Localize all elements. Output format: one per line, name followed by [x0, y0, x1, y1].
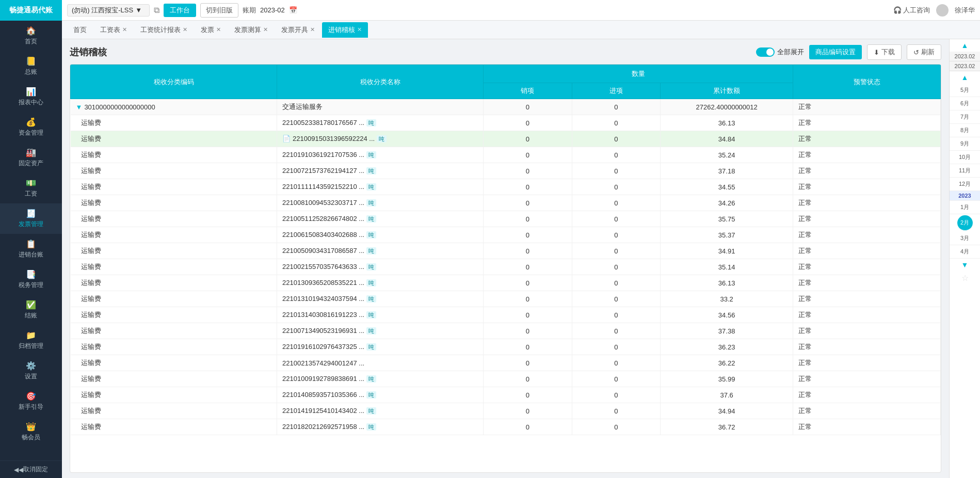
unpin-button[interactable]: ◀◀ 取消固定 [0, 460, 62, 478]
cell-cumulative: 34.91 [661, 243, 793, 259]
table-row[interactable]: 运输费 22100523381780176567 ... 吨 0 0 36.13… [71, 115, 941, 131]
month-12[interactable]: 12月 [950, 178, 980, 191]
table-row[interactable]: 运输费 22100509034317086587 ... 吨 0 0 34.91… [71, 243, 941, 259]
table-row[interactable]: 运输费 22101111143592152210 ... 吨 0 0 34.55… [71, 179, 941, 195]
settings-button[interactable]: 商品编码设置 [809, 45, 862, 59]
sidebar-item-salary[interactable]: 💵 工资 [0, 173, 62, 203]
sidebar-item-settings[interactable]: ⚙️ 设置 [0, 356, 62, 386]
tab-invoice-issue[interactable]: 发票开具 ✕ [275, 22, 321, 38]
tab-invoice[interactable]: 发票 ✕ [195, 22, 227, 38]
table-row[interactable]: ▼3010000000000000000 交通运输服务 0 0 27262.40… [71, 99, 941, 115]
table-row[interactable]: 运输费 22101310194324037594 ... 吨 0 0 33.2 … [71, 291, 941, 307]
table-row[interactable]: 运输费 22100213574294001247 ... 0 0 36.22 正… [71, 355, 941, 371]
table-row[interactable]: 运输费 22100511252826674802 ... 吨 0 0 35.75… [71, 211, 941, 227]
cell-status: 正常 [793, 307, 941, 323]
nav-down-arrow[interactable]: ▼ [950, 259, 980, 271]
tab-close-salary-table[interactable]: ✕ [122, 26, 127, 33]
cell-code: 运输费 [71, 163, 277, 179]
cell-name: 交通运输服务 [277, 99, 484, 115]
toggle-track[interactable] [756, 47, 775, 57]
tab-close-invoice-issue[interactable]: ✕ [310, 26, 315, 33]
sidebar-item-sales[interactable]: 📋 进销台账 [0, 234, 62, 264]
table-row[interactable]: 运输费 22101309365208535221 ... 吨 0 0 36.13… [71, 275, 941, 291]
month-10[interactable]: 10月 [950, 151, 980, 164]
download-button[interactable]: ⬇ 下载 [867, 44, 902, 60]
cell-purchase: 0 [572, 163, 660, 179]
sidebar-item-funds[interactable]: 💰 资金管理 [0, 112, 62, 142]
calendar-icon[interactable]: 📅 [289, 6, 297, 14]
table-row[interactable]: 运输费 22101916102976437325 ... 吨 0 0 36.23… [71, 339, 941, 355]
tab-close-salary-report[interactable]: ✕ [183, 26, 187, 33]
cell-purchase: 0 [572, 339, 660, 355]
sidebar-item-invoice[interactable]: 🧾 发票管理 [0, 203, 62, 234]
month-5[interactable]: 5月 [950, 84, 980, 97]
sidebar-item-vip[interactable]: 👑 畅会员 [0, 417, 62, 447]
table-row[interactable]: 运输费 22100810094532303717 ... 吨 0 0 34.26… [71, 195, 941, 211]
table-row[interactable]: 运输费 22101009192789838691 ... 吨 0 0 35.99… [71, 371, 941, 387]
table-row[interactable]: 运输费 22101419125410143402 ... 吨 0 0 34.94… [71, 403, 941, 419]
cell-invoice: 22100721573762194127 ... 吨 [277, 163, 484, 179]
cell-status: 正常 [793, 115, 941, 131]
table-row[interactable]: 运输费 22101820212692571958 ... 吨 0 0 36.72… [71, 419, 941, 435]
main-area: (勿动) 江西报宝-LSS ▼ ⧉ 工作台 切到旧版 账期 2023-02 📅 … [62, 0, 980, 478]
sidebar-item-tax[interactable]: 📑 税务管理 [0, 264, 62, 295]
ledger-icon: 📒 [26, 56, 36, 66]
col-purchase: 进项 [572, 83, 660, 99]
table-row[interactable]: 运输费 22100721573762194127 ... 吨 0 0 37.18… [71, 163, 941, 179]
month-11[interactable]: 11月 [950, 164, 980, 178]
month-6[interactable]: 6月 [950, 97, 980, 110]
tab-salary-report[interactable]: 工资统计报表 ✕ [134, 22, 194, 38]
sidebar-item-assets[interactable]: 🏭 固定资产 [0, 142, 62, 173]
month-2-active[interactable]: 2月 [957, 215, 973, 231]
table-row[interactable]: 运输费 22101408593571035366 ... 吨 0 0 37.6 … [71, 387, 941, 403]
tab-close-reconcile[interactable]: ✕ [357, 26, 362, 33]
tax-icon: 📑 [26, 269, 36, 279]
table-row[interactable]: 运输费 22100615083403402688 ... 吨 0 0 35.37… [71, 227, 941, 243]
tab-close-invoice[interactable]: ✕ [216, 26, 221, 33]
cell-cumulative: 37.6 [661, 387, 793, 403]
cell-status: 正常 [793, 147, 941, 163]
company-selector[interactable]: (勿动) 江西报宝-LSS ▼ [67, 4, 150, 17]
table-row[interactable]: 运输费 22101314030816191223 ... 吨 0 0 34.56… [71, 307, 941, 323]
expand-toggle[interactable]: 全部展开 [756, 47, 804, 57]
cell-status: 正常 [793, 131, 941, 147]
month-7[interactable]: 7月 [950, 110, 980, 124]
copy-icon[interactable]: ⧉ [154, 6, 159, 15]
guide-icon: 🎯 [26, 391, 36, 401]
table-row[interactable]: 运输费 22100713490523196931 ... 吨 0 0 37.38… [71, 323, 941, 339]
month-8[interactable]: 8月 [950, 124, 980, 137]
month-3[interactable]: 3月 [950, 232, 980, 245]
cell-invoice: 22100215570357643633 ... 吨 [277, 259, 484, 275]
sidebar-item-guide[interactable]: 🎯 新手引导 [0, 386, 62, 417]
cell-purchase: 0 [572, 371, 660, 387]
month-4[interactable]: 4月 [950, 245, 980, 259]
table-row[interactable]: 运输费 22101910361921707536 ... 吨 0 0 35.24… [71, 147, 941, 163]
nav-up-arrow[interactable]: ▲ [950, 39, 980, 52]
cell-sale: 0 [484, 371, 572, 387]
sidebar-item-home[interactable]: 🏠 首页 [0, 21, 62, 51]
cell-status: 正常 [793, 339, 941, 355]
sidebar-item-ledger[interactable]: 📒 总账 [0, 51, 62, 82]
sidebar-item-reports[interactable]: 📊 报表中心 [0, 82, 62, 112]
month-1[interactable]: 1月 [950, 201, 980, 214]
sidebar-item-archive[interactable]: 📁 归档管理 [0, 325, 62, 356]
cell-purchase: 0 [572, 131, 660, 147]
tab-reconcile[interactable]: 进销稽核 ✕ [322, 22, 368, 38]
tab-salary-table[interactable]: 工资表 ✕ [94, 22, 133, 38]
tab-close-invoice-calc[interactable]: ✕ [263, 26, 268, 33]
tab-invoice-calc[interactable]: 发票测算 ✕ [228, 22, 274, 38]
month-9[interactable]: 9月 [950, 137, 980, 151]
sidebar-item-settle[interactable]: ✅ 结账 [0, 295, 62, 325]
support-button[interactable]: 🎧 人工咨询 [893, 6, 930, 15]
workbench-button[interactable]: 工作台 [164, 4, 196, 17]
table-row[interactable]: 运输费 📄22100915031396592224 ... 吨 0 0 34.8… [71, 131, 941, 147]
tab-home[interactable]: 首页 [67, 22, 93, 38]
year-label-2: 2023.02 [950, 61, 980, 71]
page-content: 进销稽核 全部展开 商品编码设置 ⬇ 下载 ↺ 刷 [62, 39, 949, 478]
refresh-button[interactable]: ↺ 刷新 [907, 44, 941, 60]
switch-version-button[interactable]: 切到旧版 [200, 3, 238, 18]
nav-up-arrow-2[interactable]: ▲ [950, 71, 980, 84]
table-row[interactable]: 运输费 22100215570357643633 ... 吨 0 0 35.14… [71, 259, 941, 275]
period-label: 账期 [243, 6, 256, 15]
cell-status: 正常 [793, 275, 941, 291]
